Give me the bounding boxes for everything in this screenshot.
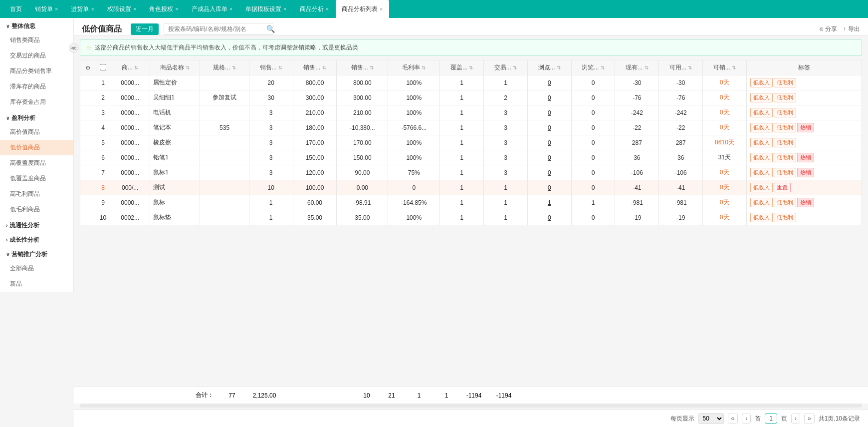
- table-row: 4 0000... 笔记本 535 3 180.00 -10,380... -5…: [80, 120, 862, 135]
- cell-empty: [80, 150, 96, 165]
- search-input[interactable]: [164, 23, 273, 35]
- nav-role[interactable]: 角色授权 ×: [143, 0, 184, 18]
- sidebar-item-category-sales[interactable]: 商品分类销售率: [0, 63, 73, 79]
- sidebar-group-liquidity[interactable]: › 流通性分析: [0, 217, 73, 232]
- cell-trade: 1: [484, 180, 528, 195]
- sidebar-item-low-coverage[interactable]: 低覆盖度商品: [0, 171, 73, 186]
- nav-product-analysis[interactable]: 商品分析 ×: [294, 0, 335, 18]
- cell-tags: 低收入低毛利: [746, 90, 862, 105]
- col-gear[interactable]: ⚙: [80, 60, 96, 75]
- cell-tags: 低收入低毛利热销: [746, 120, 862, 135]
- sidebar-container: ∨ 整体信息 销售类商品 交易过的商品 商品分类销售率 滞库存的商品 库存资金占…: [0, 18, 74, 427]
- sidebar-item-low-value[interactable]: 低价值商品: [0, 140, 73, 155]
- sidebar-item-new-goods[interactable]: 新品: [0, 276, 73, 292]
- nav-template[interactable]: 单据模板设置 ×: [239, 0, 292, 18]
- cell-name: 鼠标1: [150, 165, 200, 180]
- cell-browse1: 0: [527, 105, 571, 120]
- cell-empty: [80, 195, 96, 210]
- nav-sales[interactable]: 销货单 ×: [29, 0, 64, 18]
- cell-s3: -10,380...: [337, 120, 388, 135]
- cell-browse2: 0: [571, 150, 615, 165]
- cell-trade: 3: [484, 105, 528, 120]
- last-page-btn[interactable]: »: [804, 414, 815, 424]
- sidebar-item-all-goods[interactable]: 全部商品: [0, 261, 73, 276]
- content-header: 低价值商品 近一月 🔍 ⎋ 分享 ↑ 导出: [74, 18, 868, 35]
- table-row: 9 0000... 鼠标 1 60.00 -98.91 -164.85% 1 1…: [80, 195, 862, 210]
- sidebar-collapse-btn[interactable]: ≪: [69, 43, 79, 53]
- nav-sales-close[interactable]: ×: [55, 6, 58, 12]
- page-label2: 页: [781, 415, 787, 423]
- sidebar-item-high-margin[interactable]: 高毛利商品: [0, 186, 73, 202]
- nav-template-close[interactable]: ×: [283, 6, 286, 12]
- share-btn[interactable]: ⎋ 分享: [820, 25, 837, 33]
- sidebar-group-marketing[interactable]: ∨ 营销推广分析: [0, 246, 73, 261]
- select-all-checkbox[interactable]: [100, 64, 106, 70]
- nav-role-close[interactable]: ×: [175, 6, 178, 12]
- sidebar-group-profit[interactable]: ∨ 盈利分析: [0, 110, 73, 124]
- cell-browse1: 0: [527, 150, 571, 165]
- export-btn[interactable]: ↑ 导出: [843, 25, 860, 33]
- footer-s2: 2,125.00: [244, 392, 284, 399]
- horizontal-scrollbar[interactable]: [80, 404, 862, 408]
- sidebar-item-traded-goods[interactable]: 交易过的商品: [0, 48, 73, 63]
- tag-badge: 低收入: [750, 138, 773, 147]
- first-page-btn[interactable]: «: [728, 414, 738, 424]
- sidebar-item-high-coverage[interactable]: 高覆盖度商品: [0, 155, 73, 171]
- col-browse2: 浏览... ⇅: [571, 60, 615, 75]
- cell-name: 橡皮擦: [150, 135, 200, 150]
- tag-badge: 热销: [797, 153, 814, 162]
- time-btn[interactable]: 近一月: [131, 23, 159, 35]
- per-page-select[interactable]: 50 100: [698, 413, 724, 424]
- cell-s2: 180.00: [293, 120, 337, 135]
- cell-code: 0000...: [110, 195, 150, 210]
- cell-stock1: -41: [615, 180, 659, 195]
- nav-stock-in-close[interactable]: ×: [229, 6, 232, 12]
- cell-empty: [80, 210, 96, 225]
- nav-permission[interactable]: 权限设置 ×: [101, 0, 142, 18]
- col-stock1: 现有... ⇅: [615, 60, 659, 75]
- sidebar-item-slow-moving[interactable]: 滞库存的商品: [0, 79, 73, 94]
- col-s1: 销售... ⇅: [249, 60, 293, 75]
- cell-s3: 0.00: [337, 180, 388, 195]
- cell-s1: 1: [249, 210, 293, 225]
- cell-empty: [80, 120, 96, 135]
- cell-cov: 1: [440, 135, 484, 150]
- chevron-growth: ›: [6, 237, 7, 243]
- tag-badge: 低毛利: [774, 108, 796, 117]
- prev-page-btn[interactable]: ‹: [742, 414, 751, 424]
- nav-purchase[interactable]: 进货单 ×: [65, 0, 100, 18]
- tag-badge: 低收入: [750, 93, 773, 102]
- nav-product-analysis-close[interactable]: ×: [326, 6, 329, 12]
- table-row: 10 0002... 鼠标垫 1 35.00 35.00 100% 1 1 0 …: [80, 210, 862, 225]
- tag-badge: 低收入: [750, 168, 773, 177]
- col-checkbox[interactable]: [96, 60, 110, 75]
- search-icon[interactable]: 🔍: [266, 25, 275, 33]
- cell-browse2: 0: [571, 75, 615, 90]
- sidebar-item-sales-goods[interactable]: 销售类商品: [0, 32, 73, 48]
- nav-purchase-close[interactable]: ×: [91, 6, 94, 12]
- nav-permission-close[interactable]: ×: [133, 6, 136, 12]
- cell-name: 测试: [150, 180, 200, 195]
- nav-product-analysis-list-close[interactable]: ×: [380, 6, 383, 12]
- cell-s2: 35.00: [293, 210, 337, 225]
- sidebar-item-high-value[interactable]: 高价值商品: [0, 124, 73, 140]
- cell-seq: 1: [96, 75, 110, 90]
- sidebar-item-low-margin[interactable]: 低毛利商品: [0, 202, 73, 217]
- cell-cov: 1: [440, 210, 484, 225]
- nav-home[interactable]: 首页: [4, 0, 28, 18]
- sidebar-group-growth[interactable]: › 成长性分析: [0, 232, 73, 246]
- sidebar-item-stock-capital[interactable]: 库存资金占用: [0, 94, 73, 110]
- nav-product-analysis-list[interactable]: 商品分析列表 ×: [336, 0, 389, 18]
- cell-code: 0000...: [110, 120, 150, 135]
- next-page-btn[interactable]: ›: [791, 414, 800, 424]
- total-label: 共1页,10条记录: [819, 415, 860, 423]
- cell-s3: 35.00: [337, 210, 388, 225]
- sidebar-group-overall[interactable]: ∨ 整体信息: [0, 18, 73, 32]
- table-wrapper[interactable]: ⚙ 商... ⇅ 商品名称 ⇅ 规格... ⇅ 销售... ⇅ 销售... ⇅ …: [80, 60, 862, 387]
- cell-browse1: 0: [527, 120, 571, 135]
- cell-s2: 210.00: [293, 105, 337, 120]
- cell-code: 0002...: [110, 210, 150, 225]
- cell-name: 鼠标垫: [150, 210, 200, 225]
- footer-values: 77 2,125.00 10 21 1 1 -1194 -1194: [219, 392, 862, 399]
- nav-stock-in[interactable]: 产成品入库单 ×: [186, 0, 238, 18]
